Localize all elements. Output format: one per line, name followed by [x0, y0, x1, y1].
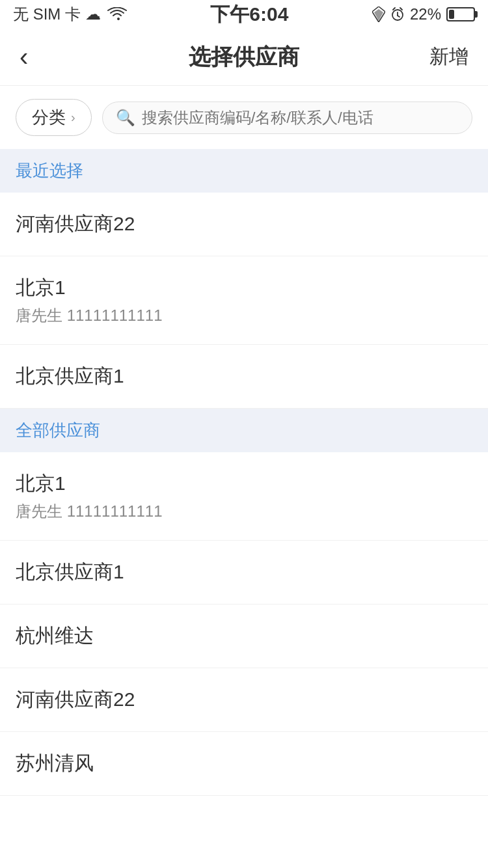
all-list-item[interactable]: 河南供应商22: [0, 668, 488, 732]
item-sub: 唐先生 11111111111: [16, 501, 472, 522]
category-label: 分类: [32, 106, 66, 129]
status-right: 22%: [372, 5, 475, 23]
page-title: 选择供应商: [189, 42, 299, 72]
category-filter-button[interactable]: 分类 ›: [16, 99, 92, 136]
all-list-item[interactable]: 北京1唐先生 11111111111: [0, 452, 488, 541]
nav-bar: ‹ 选择供应商 新增: [0, 29, 488, 86]
search-input[interactable]: [142, 109, 459, 127]
no-sim-text: 无 SIM 卡 ☁: [13, 4, 101, 25]
battery-percent: 22%: [410, 5, 441, 23]
search-icon: 🔍: [116, 109, 135, 127]
wifi-icon: [107, 7, 127, 21]
search-box: 🔍: [102, 102, 472, 134]
alarm-icon: [390, 7, 405, 21]
status-left: 无 SIM 卡 ☁: [13, 4, 127, 25]
recent-section-header: 最近选择: [0, 149, 488, 193]
recent-list-item[interactable]: 北京1唐先生 11111111111: [0, 256, 488, 345]
all-section-label: 全部供应商: [16, 420, 100, 440]
svg-line-3: [393, 8, 395, 10]
recent-list-item[interactable]: 河南供应商22: [0, 193, 488, 256]
status-time: 下午6:04: [210, 1, 288, 28]
chevron-right-icon: ›: [71, 110, 75, 125]
all-section-header: 全部供应商: [0, 409, 488, 452]
item-name: 北京1: [16, 275, 472, 301]
new-action-button[interactable]: 新增: [429, 44, 468, 70]
item-name: 河南供应商22: [16, 211, 472, 237]
status-bar: 无 SIM 卡 ☁ 下午6:04 22%: [0, 0, 488, 29]
item-name: 北京供应商1: [16, 559, 472, 586]
location-icon: [372, 7, 385, 22]
svg-line-2: [398, 16, 400, 17]
back-button[interactable]: ‹: [20, 42, 59, 72]
battery-icon: [446, 7, 475, 21]
svg-line-4: [400, 8, 402, 10]
all-list-item[interactable]: 苏州清风: [0, 732, 488, 796]
item-name: 苏州清风: [16, 750, 472, 777]
item-name: 河南供应商22: [16, 686, 472, 713]
recent-list: 河南供应商22北京1唐先生 11111111111北京供应商1: [0, 193, 488, 409]
all-list-item[interactable]: 杭州维达: [0, 604, 488, 668]
item-name: 杭州维达: [16, 623, 472, 649]
item-name: 北京供应商1: [16, 363, 472, 390]
recent-list-item[interactable]: 北京供应商1: [0, 345, 488, 409]
all-list-item[interactable]: 北京供应商1: [0, 541, 488, 604]
item-name: 北京1: [16, 470, 472, 497]
recent-section-label: 最近选择: [16, 161, 83, 180]
item-sub: 唐先生 11111111111: [16, 305, 472, 326]
filter-bar: 分类 › 🔍: [0, 86, 488, 149]
all-list: 北京1唐先生 11111111111北京供应商1杭州维达河南供应商22苏州清风: [0, 452, 488, 796]
